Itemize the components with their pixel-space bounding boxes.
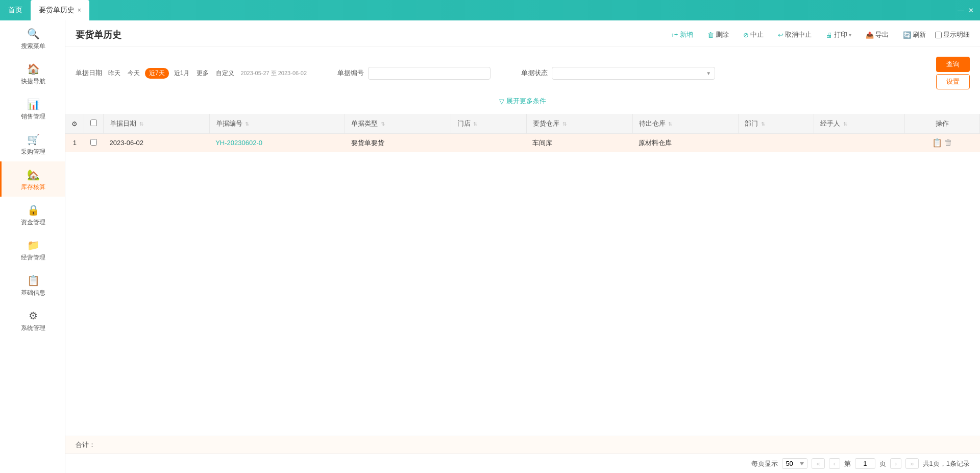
cancel-stop-button[interactable]: ↩ 取消中止 (773, 28, 817, 42)
date-btn-more[interactable]: 更多 (194, 68, 211, 79)
table-body: 1 2023-06-02 YH-20230602-0 要货单要货 (65, 134, 980, 152)
page-next-button[interactable]: › (890, 458, 901, 469)
doc-number-link[interactable]: YH-20230602-0 (215, 139, 262, 147)
col-doc-date-sort-icon: ⇅ (139, 121, 143, 127)
print-dropdown-icon: ▾ (849, 32, 851, 38)
delete-button[interactable]: 🗑 删除 (702, 28, 734, 42)
sidebar-item-finance-mgmt[interactable]: 🔒 资金管理 (0, 197, 65, 232)
tab-home-label: 首页 (8, 6, 22, 15)
sidebar-item-system-mgmt[interactable]: ⚙ 系统管理 (0, 302, 65, 338)
tab-home[interactable]: 首页 (0, 0, 31, 20)
tab-close-icon[interactable]: × (78, 7, 81, 14)
select-all-checkbox[interactable] (90, 120, 97, 126)
page-label: 页 (879, 459, 886, 468)
col-doc-type[interactable]: 单据类型 ⇅ (345, 114, 451, 134)
col-checkbox[interactable] (84, 114, 104, 134)
query-button[interactable]: 查询 (936, 57, 970, 72)
refresh-label: 刷新 (913, 30, 926, 39)
print-button[interactable]: 🖨 打印 ▾ (821, 28, 856, 42)
table-container: ⚙ 单据日期 ⇅ 单据编号 (65, 114, 980, 436)
col-req-warehouse[interactable]: 要货仓库 ⇅ (526, 114, 632, 134)
col-pending-warehouse[interactable]: 待出仓库 ⇅ (632, 114, 739, 134)
col-handler[interactable]: 经手人 ⇅ (814, 114, 905, 134)
window-close-icon[interactable]: ✕ (968, 7, 974, 14)
col-actions: 操作 (905, 114, 980, 134)
display-detail-checkbox[interactable] (935, 32, 942, 38)
sidebar-item-inventory[interactable]: 🏡 库存核算 (0, 161, 65, 197)
date-btn-yesterday[interactable]: 昨天 (106, 68, 122, 79)
new-button[interactable]: + + 新增 (666, 28, 698, 42)
display-detail-checkbox-label[interactable]: 显示明细 (935, 30, 970, 39)
col-pending-warehouse-sort-icon: ⇅ (668, 121, 672, 127)
date-btn-1month[interactable]: 近1月 (172, 68, 192, 79)
total-label: 合计： (76, 440, 95, 450)
col-dept-sort-icon: ⇅ (761, 121, 765, 127)
table-row: 1 2023-06-02 YH-20230602-0 要货单要货 (65, 134, 980, 152)
col-store[interactable]: 门店 ⇅ (451, 114, 526, 134)
row-delete-icon[interactable]: 🗑 (944, 138, 952, 148)
sidebar-item-operations-mgmt[interactable]: 📁 经营管理 (0, 232, 65, 267)
col-actions-label: 操作 (936, 120, 949, 127)
delete-label: 删除 (716, 30, 729, 39)
export-label: 导出 (875, 30, 889, 39)
doc-status-select-wrap (552, 67, 715, 80)
refresh-button[interactable]: 🔄 刷新 (898, 28, 931, 42)
doc-number-input[interactable] (368, 67, 491, 80)
row-checkbox[interactable] (90, 139, 97, 146)
stop-label: 中止 (750, 30, 764, 39)
query-btn-area: 查询 设置 (936, 57, 970, 89)
print-icon: 🖨 (826, 31, 832, 39)
sidebar-item-sales-mgmt-label: 销售管理 (21, 112, 45, 121)
date-btn-custom[interactable]: 自定义 (214, 68, 236, 79)
page-number-input[interactable] (855, 458, 875, 469)
date-btn-today[interactable]: 今天 (126, 68, 142, 79)
cell-doc-type: 要货单要货 (345, 134, 451, 152)
sidebar-item-quick-nav-label: 快捷导航 (21, 77, 45, 86)
cancel-stop-label: 取消中止 (785, 30, 812, 39)
sidebar-item-sales-mgmt[interactable]: 📊 销售管理 (0, 91, 65, 126)
table-footer: 合计： (65, 436, 980, 454)
col-store-sort-icon: ⇅ (473, 121, 477, 127)
col-dept[interactable]: 部门 ⇅ (739, 114, 814, 134)
doc-status-select[interactable] (552, 67, 715, 80)
date-btn-7days[interactable]: 近7天 (145, 68, 169, 79)
expand-more[interactable]: ▽ 展开更多条件 (76, 93, 970, 110)
delete-icon: 🗑 (707, 31, 714, 39)
col-doc-type-label: 单据类型 (351, 120, 378, 127)
cell-checkbox[interactable] (84, 134, 104, 152)
col-settings[interactable]: ⚙ (65, 114, 84, 134)
page-first-button[interactable]: « (812, 458, 824, 469)
table-header: ⚙ 单据日期 ⇅ 单据编号 (65, 114, 980, 134)
row-edit-icon[interactable]: 📋 (932, 138, 942, 148)
settings-button[interactable]: 设置 (936, 74, 970, 89)
basic-info-icon: 📋 (27, 274, 40, 287)
tab-purchase-history[interactable]: 要货单历史 × (31, 0, 89, 20)
sidebar-item-basic-info[interactable]: 📋 基础信息 (0, 267, 65, 302)
page-size-select[interactable]: 50 20 100 (782, 458, 807, 469)
sidebar-item-finance-mgmt-label: 资金管理 (21, 218, 45, 227)
pagination-bar: 每页显示 50 20 100 « ‹ 第 页 › » 共1页，1条记录 (65, 454, 980, 473)
stop-button[interactable]: ⊘ 中止 (738, 28, 769, 42)
cell-pending-warehouse: 原材料仓库 (632, 134, 739, 152)
sidebar-item-search-menu-label: 搜索菜单 (21, 42, 45, 51)
sidebar-item-operations-mgmt-label: 经营管理 (21, 253, 45, 262)
col-doc-type-sort-icon: ⇅ (381, 121, 385, 127)
sidebar-item-search-menu[interactable]: 🔍 搜索菜单 (0, 20, 65, 56)
col-pending-warehouse-label: 待出仓库 (639, 120, 666, 127)
finance-mgmt-icon: 🔒 (27, 204, 40, 216)
col-doc-date[interactable]: 单据日期 ⇅ (104, 114, 210, 134)
top-bar-right: — ✕ (958, 7, 980, 14)
header-and-filter: 要货单历史 + + 新增 🗑 删除 ⊘ 中止 (65, 20, 980, 110)
toolbar: + + 新增 🗑 删除 ⊘ 中止 ↩ 取消中止 (666, 28, 970, 42)
display-detail-label: 显示明细 (943, 30, 970, 39)
sidebar-item-system-mgmt-label: 系统管理 (21, 324, 45, 333)
page-last-button[interactable]: » (905, 458, 918, 469)
col-doc-number[interactable]: 单据编号 ⇅ (209, 114, 345, 134)
window-minimize-icon[interactable]: — (958, 7, 964, 14)
export-button[interactable]: 📤 导出 (861, 28, 894, 42)
sidebar-item-purchase-mgmt[interactable]: 🛒 采购管理 (0, 126, 65, 161)
cell-row-num: 1 (65, 134, 84, 152)
cell-doc-number[interactable]: YH-20230602-0 (209, 134, 345, 152)
sidebar-item-quick-nav[interactable]: 🏠 快捷导航 (0, 56, 65, 91)
page-prev-button[interactable]: ‹ (829, 458, 840, 469)
